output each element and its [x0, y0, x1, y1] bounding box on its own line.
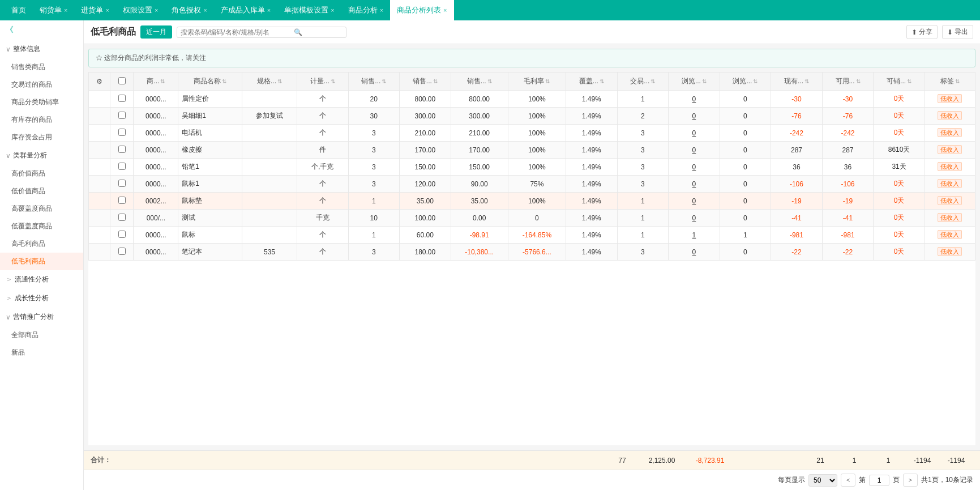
prev-page-button[interactable]: ＜ [841, 474, 855, 487]
row-select-checkbox[interactable] [118, 231, 126, 238]
row-select-checkbox[interactable] [118, 248, 126, 255]
close-icon[interactable]: × [105, 7, 109, 14]
col-current-stock[interactable]: 现有...⇅ [771, 73, 823, 91]
nav-item-product-analysis[interactable]: 商品分析 × [341, 0, 390, 20]
row-settings[interactable] [89, 125, 110, 142]
row-select-checkbox[interactable] [118, 197, 126, 204]
sidebar-item-high-coverage[interactable]: 高覆盖度商品 [0, 200, 83, 218]
col-code[interactable]: 商...⇅ [134, 73, 178, 91]
sidebar-item-low-coverage[interactable]: 低覆盖度商品 [0, 218, 83, 235]
sidebar-group-flow[interactable]: ＞ 流通性分析 [0, 270, 83, 289]
sidebar-item-high-margin[interactable]: 高毛利商品 [0, 235, 83, 253]
row-select-checkbox[interactable] [118, 112, 126, 119]
search-box[interactable]: 🔍 [177, 27, 346, 38]
row-checkbox[interactable] [110, 244, 134, 261]
export-button[interactable]: ⬇ 导出 [942, 25, 973, 39]
nav-item-sales[interactable]: 销货单 × [33, 0, 74, 20]
row-settings[interactable] [89, 159, 110, 176]
col-name[interactable]: 商品名称⇅ [178, 73, 242, 91]
sidebar-item-low-value[interactable]: 低价值商品 [0, 182, 83, 200]
sidebar-item-all-goods[interactable]: 全部商品 [0, 326, 83, 344]
col-spec[interactable]: 规格...⇅ [242, 73, 297, 91]
close-icon[interactable]: × [267, 7, 271, 14]
nav-item-permissions[interactable]: 权限设置 × [116, 0, 165, 20]
row-browse1[interactable]: 1 [669, 227, 720, 244]
row-select-checkbox[interactable] [118, 214, 126, 221]
nav-item-template[interactable]: 单据模板设置 × [277, 0, 341, 20]
close-icon[interactable]: × [443, 7, 447, 14]
row-checkbox[interactable] [110, 210, 134, 227]
col-trade-count[interactable]: 交易...⇅ [617, 73, 669, 91]
row-settings[interactable] [89, 227, 110, 244]
row-select-checkbox[interactable] [118, 180, 126, 187]
sidebar-group-growth[interactable]: ＞ 成长性分析 [0, 289, 83, 308]
row-select-checkbox[interactable] [118, 146, 126, 153]
row-browse1[interactable]: 0 [669, 193, 720, 210]
sidebar-group-overall[interactable]: ∨ 整体信息 [0, 40, 83, 58]
row-checkbox[interactable] [110, 91, 134, 108]
close-icon[interactable]: × [155, 7, 158, 14]
col-sales-qty[interactable]: 销售...⇅ [348, 73, 400, 91]
row-checkbox[interactable] [110, 142, 134, 159]
row-checkbox[interactable] [110, 108, 134, 125]
search-input[interactable] [181, 28, 294, 36]
sidebar-item-traded-goods[interactable]: 交易过的商品 [0, 76, 83, 93]
col-sellable-days[interactable]: 可销...⇅ [874, 73, 925, 91]
row-select-checkbox[interactable] [118, 163, 126, 170]
row-browse1[interactable]: 0 [669, 142, 720, 159]
sidebar-item-category-rate[interactable]: 商品分类助销率 [0, 93, 83, 111]
select-all-checkbox[interactable] [118, 77, 126, 84]
col-gross-margin[interactable]: 毛利率⇅ [508, 73, 566, 91]
col-available-stock[interactable]: 可用...⇅ [822, 73, 874, 91]
close-icon[interactable]: × [331, 7, 334, 14]
sidebar-item-high-value[interactable]: 高价值商品 [0, 165, 83, 182]
col-browse1[interactable]: 浏览...⇅ [669, 73, 720, 91]
sidebar-collapse-button[interactable]: 《 [3, 23, 16, 37]
col-sales-profit[interactable]: 销售...⇅ [451, 73, 508, 91]
row-settings[interactable] [89, 244, 110, 261]
share-button[interactable]: ⬆ 分享 [906, 25, 938, 39]
row-settings[interactable] [89, 91, 110, 108]
sidebar-item-stock-capital[interactable]: 库存资金占用 [0, 129, 83, 146]
row-browse1[interactable]: 0 [669, 244, 720, 261]
nav-item-analysis-list[interactable]: 商品分析列表 × [390, 0, 453, 20]
sidebar-item-stocked-goods[interactable]: 有库存的商品 [0, 111, 83, 129]
row-browse1[interactable]: 0 [669, 108, 720, 125]
row-settings[interactable] [89, 176, 110, 193]
col-unit[interactable]: 计量...⇅ [297, 73, 348, 91]
row-settings[interactable] [89, 193, 110, 210]
row-select-checkbox[interactable] [118, 129, 126, 136]
row-checkbox[interactable] [110, 159, 134, 176]
col-tag[interactable]: 标签⇅ [925, 73, 975, 91]
nav-item-purchase[interactable]: 进货单 × [74, 0, 115, 20]
col-sales-amount[interactable]: 销售...⇅ [400, 73, 451, 91]
row-checkbox[interactable] [110, 193, 134, 210]
per-page-select[interactable]: 50 10 20 100 [808, 474, 837, 487]
col-settings[interactable]: ⚙ [89, 73, 110, 91]
row-checkbox[interactable] [110, 227, 134, 244]
sidebar-group-cluster[interactable]: ∨ 类群量分析 [0, 146, 83, 165]
col-coverage[interactable]: 覆盖...⇅ [566, 73, 618, 91]
sidebar-group-marketing[interactable]: ∨ 营销推广分析 [0, 308, 83, 326]
row-settings[interactable] [89, 142, 110, 159]
page-number-input[interactable] [869, 475, 889, 486]
row-browse1[interactable]: 0 [669, 176, 720, 193]
row-settings[interactable] [89, 210, 110, 227]
close-icon[interactable]: × [64, 7, 67, 14]
sidebar-item-sales-goods[interactable]: 销售类商品 [0, 58, 83, 76]
nav-item-product-entry[interactable]: 产成品入库单 × [214, 0, 277, 20]
sidebar-item-new-goods[interactable]: 新品 [0, 344, 83, 361]
close-icon[interactable]: × [203, 7, 207, 14]
col-checkbox[interactable] [110, 73, 134, 91]
row-browse1[interactable]: 0 [669, 91, 720, 108]
close-icon[interactable]: × [380, 7, 383, 14]
time-filter-button[interactable]: 近一月 [140, 25, 172, 39]
col-browse2[interactable]: 浏览...⇅ [720, 73, 771, 91]
row-browse1[interactable]: 0 [669, 159, 720, 176]
row-settings[interactable] [89, 108, 110, 125]
next-page-button[interactable]: ＞ [903, 474, 918, 487]
row-browse1[interactable]: 0 [669, 125, 720, 142]
row-select-checkbox[interactable] [118, 95, 126, 102]
row-checkbox[interactable] [110, 176, 134, 193]
row-checkbox[interactable] [110, 125, 134, 142]
